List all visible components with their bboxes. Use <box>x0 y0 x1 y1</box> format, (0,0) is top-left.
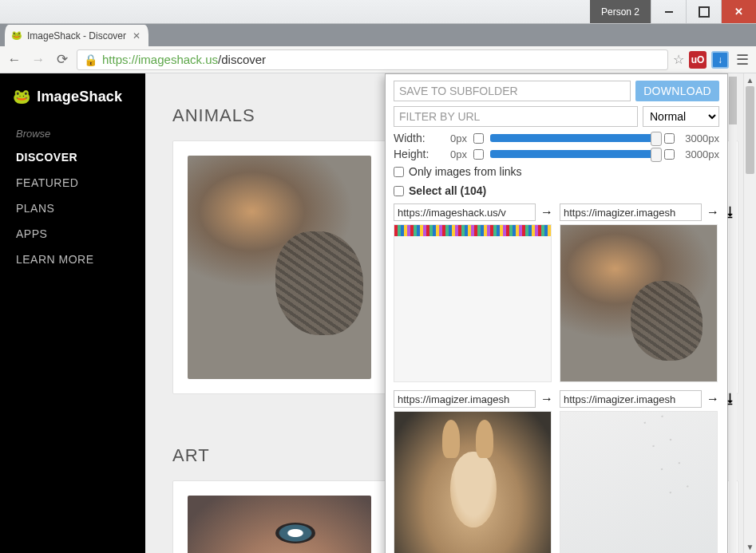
brand-name: ImageShack <box>37 89 122 105</box>
download-icon[interactable]: ⭳ <box>724 205 737 219</box>
only-links-label: Only images from links <box>409 165 522 178</box>
download-button[interactable]: DOWNLOAD <box>635 81 719 101</box>
width-slider[interactable] <box>490 134 658 142</box>
subfolder-input[interactable] <box>394 81 631 101</box>
filter-mode-select[interactable]: Normal <box>643 106 719 127</box>
url-scheme: https:// <box>102 53 138 66</box>
tab-close-icon[interactable]: ✕ <box>133 30 141 41</box>
width-max-lock-checkbox[interactable] <box>664 133 675 144</box>
scroll-down-icon[interactable]: ▼ <box>744 540 756 553</box>
frog-icon: 🐸 <box>13 88 30 105</box>
height-min: 0px <box>440 148 467 160</box>
sidebar-item-plans[interactable]: PLANS <box>0 196 145 221</box>
select-all-checkbox[interactable] <box>394 186 404 196</box>
url-host: imageshack.us <box>138 53 218 66</box>
result-item: → ⭳ <box>394 203 552 382</box>
open-link-icon[interactable]: → <box>707 392 719 406</box>
result-thumbnail[interactable] <box>394 224 552 382</box>
sidebar-item-apps[interactable]: APPS <box>0 221 145 247</box>
image-downloader-extension-icon[interactable]: ↓ <box>711 51 729 69</box>
popup-scrollbar[interactable] <box>729 73 737 553</box>
reload-button[interactable]: ⟳ <box>53 50 72 69</box>
browser-tab[interactable]: 🐸 ImageShack - Discover ✕ <box>5 25 148 46</box>
results-grid: → ⭳ → ⭳ → ⭳ <box>394 203 719 553</box>
width-label: Width: <box>394 132 433 144</box>
sidebar-item-discover[interactable]: DISCOVER <box>0 144 145 170</box>
ublock-extension-icon[interactable]: uO <box>689 51 707 69</box>
result-url-input[interactable] <box>394 390 536 408</box>
tab-strip: 🐸 ImageShack - Discover ✕ <box>0 24 756 46</box>
favicon-icon: 🐸 <box>11 30 22 41</box>
window-close-button[interactable] <box>721 0 756 23</box>
toolbar: ← → ⟳ 🔒 https://imageshack.us/discover ☆… <box>0 46 756 73</box>
forward-button[interactable]: → <box>29 50 48 69</box>
only-links-checkbox[interactable] <box>394 167 404 177</box>
bookmark-star-icon[interactable]: ☆ <box>673 52 684 67</box>
height-slider[interactable] <box>490 150 658 158</box>
result-item: → ⭳ <box>560 203 718 382</box>
tab-title: ImageShack - Discover <box>27 30 126 41</box>
width-min: 0px <box>440 132 467 144</box>
result-thumbnail[interactable] <box>560 224 718 382</box>
address-bar[interactable]: 🔒 https://imageshack.us/discover <box>77 49 668 70</box>
browser-menu-icon[interactable]: ☰ <box>734 51 751 69</box>
result-url-input[interactable] <box>560 390 702 408</box>
open-link-icon[interactable]: → <box>540 205 553 219</box>
popup-scrollbar-thumb[interactable] <box>729 77 737 124</box>
height-max-lock-checkbox[interactable] <box>664 149 675 160</box>
back-button[interactable]: ← <box>5 50 24 69</box>
result-thumbnail[interactable] <box>560 411 718 553</box>
open-link-icon[interactable]: → <box>540 392 553 406</box>
site-sidebar: 🐸 ImageShack Browse DISCOVER FEATURED PL… <box>0 73 145 553</box>
result-url-input[interactable] <box>560 203 702 221</box>
filter-url-input[interactable] <box>394 106 638 127</box>
page-scrollbar[interactable]: ▲ ▼ <box>743 73 756 553</box>
site-logo[interactable]: 🐸 ImageShack <box>0 85 145 121</box>
image-animals <box>188 156 371 379</box>
window-maximize-button[interactable] <box>686 0 721 23</box>
browse-heading: Browse <box>0 121 145 144</box>
sidebar-item-featured[interactable]: FEATURED <box>0 170 145 196</box>
page-viewport: 🐸 ImageShack Browse DISCOVER FEATURED PL… <box>0 73 756 553</box>
result-item: → ⭳ <box>394 390 552 553</box>
result-thumbnail[interactable] <box>394 411 552 553</box>
window-titlebar: Person 2 <box>0 0 756 24</box>
image-art <box>188 496 371 553</box>
width-max: 3000px <box>681 132 719 144</box>
select-all-label: Select all (104) <box>409 184 486 197</box>
result-item: → ⭳ <box>560 390 718 553</box>
width-min-lock-checkbox[interactable] <box>473 133 484 144</box>
open-link-icon[interactable]: → <box>707 205 719 219</box>
height-label: Height: <box>394 148 433 160</box>
scroll-up-icon[interactable]: ▲ <box>744 73 756 86</box>
page-scrollbar-thumb[interactable] <box>746 86 754 174</box>
result-url-input[interactable] <box>394 203 536 221</box>
downloader-popup: DOWNLOAD Normal Width: 0px 3000px Height… <box>385 73 728 553</box>
url-path: /discover <box>218 53 266 66</box>
height-max: 3000px <box>681 148 719 160</box>
sidebar-item-learn-more[interactable]: LEARN MORE <box>0 247 145 272</box>
profile-badge[interactable]: Person 2 <box>590 0 651 23</box>
lock-icon: 🔒 <box>84 53 97 66</box>
height-min-lock-checkbox[interactable] <box>473 149 484 160</box>
window-minimize-button[interactable] <box>651 0 686 23</box>
download-icon[interactable]: ⭳ <box>724 392 737 406</box>
